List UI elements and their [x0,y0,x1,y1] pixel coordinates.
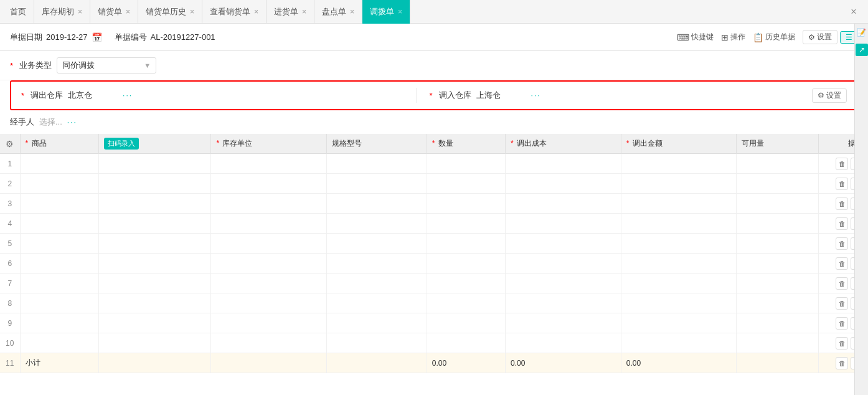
settings-button[interactable]: ⚙ 设置 [803,30,837,44]
cell-product-4[interactable] [20,214,98,234]
tab-close-transfer[interactable]: × [398,7,402,16]
cell-product-7[interactable] [20,274,98,293]
history-btn[interactable]: 📋 历史单据 [753,32,795,42]
tab-close-inventory[interactable]: × [350,7,354,16]
cell-amount-1[interactable] [621,154,737,174]
shortcuts-btn[interactable]: ⌨ 快捷键 [677,32,714,42]
tab-close-check-sales[interactable]: × [254,7,258,16]
cell-cost-6[interactable] [506,254,621,274]
cell-amount-2[interactable] [621,174,737,194]
table-settings-icon[interactable]: ⚙ [6,139,14,149]
cell-spec-10[interactable] [327,333,427,353]
tab-inventory[interactable]: 盘点单 × [314,0,362,24]
cell-amount-7[interactable] [621,274,737,293]
cell-quantity-7[interactable] [427,274,505,293]
delete-icon-1[interactable]: 🗑 [836,158,848,170]
cell-product-2[interactable] [20,174,98,194]
cell-unit-4[interactable] [211,214,327,234]
cell-amount-3[interactable] [621,194,737,214]
handler-value[interactable]: 选择... [39,117,62,128]
date-value[interactable]: 2019-12-27 [46,32,88,42]
delete-icon-5[interactable]: 🗑 [836,237,848,250]
scan-button[interactable]: 扫码录入 [104,138,139,150]
warehouse-settings-button[interactable]: ⚙ 设置 [812,88,847,103]
cell-cost-9[interactable] [506,313,621,333]
sidebar-note-icon[interactable]: 📝 [856,26,868,39]
th-scan[interactable]: 扫码录入 [98,134,211,154]
cell-quantity-3[interactable] [427,194,505,214]
cell-unit-2[interactable] [211,174,327,194]
warehouse-in-more-btn[interactable]: ··· [531,91,541,100]
cell-quantity-5[interactable] [427,234,505,254]
tab-inventory-init[interactable]: 库存期初 × [34,0,90,24]
tab-home[interactable]: 首页 [2,0,34,24]
cell-cost-3[interactable] [506,194,621,214]
sidebar-external-icon[interactable]: ↗ [856,44,868,56]
cell-product-10[interactable] [20,333,98,353]
cell-cost-1[interactable] [506,154,621,174]
tab-close-inventory-init[interactable]: × [78,7,82,16]
cell-product-3[interactable] [20,194,98,214]
cell-amount-9[interactable] [621,313,737,333]
cell-unit-10[interactable] [211,333,327,353]
cell-spec-9[interactable] [327,313,427,333]
calendar-icon[interactable]: 📅 [92,32,102,42]
cell-cost-7[interactable] [506,274,621,293]
cell-unit-5[interactable] [211,234,327,254]
cell-quantity-4[interactable] [427,214,505,234]
cell-quantity-10[interactable] [427,333,505,353]
cell-amount-8[interactable] [621,293,737,313]
cell-amount-5[interactable] [621,234,737,254]
cell-spec-3[interactable] [327,194,427,214]
window-close-button[interactable]: × [842,0,866,24]
warehouse-out-more-btn[interactable]: ··· [123,91,133,100]
cell-spec-2[interactable] [327,174,427,194]
th-settings[interactable]: ⚙ [0,134,20,154]
tab-purchase[interactable]: 进货单 × [267,0,314,24]
cell-amount-4[interactable] [621,214,737,234]
delete-icon-3[interactable]: 🗑 [836,198,848,210]
cell-unit-7[interactable] [211,274,327,293]
cell-product-6[interactable] [20,254,98,274]
cell-cost-5[interactable] [506,234,621,254]
cell-quantity-8[interactable] [427,293,505,313]
cell-product-5[interactable] [20,234,98,254]
delete-icon-2[interactable]: 🗑 [836,178,848,190]
tab-close-purchase[interactable]: × [302,7,306,16]
cell-amount-10[interactable] [621,333,737,353]
delete-icon-11[interactable]: 🗑 [836,357,848,369]
cell-product-9[interactable] [20,313,98,333]
cell-spec-4[interactable] [327,214,427,234]
cell-unit-3[interactable] [211,194,327,214]
cell-cost-4[interactable] [506,214,621,234]
delete-icon-4[interactable]: 🗑 [836,217,848,230]
cell-cost-8[interactable] [506,293,621,313]
cell-product-8[interactable] [20,293,98,313]
cell-cost-2[interactable] [506,174,621,194]
delete-icon-10[interactable]: 🗑 [836,337,848,350]
tab-transfer[interactable]: 调拨单 × [362,0,410,24]
cell-spec-6[interactable] [327,254,427,274]
cell-amount-6[interactable] [621,254,737,274]
warehouse-in-value[interactable]: 上海仓 [476,90,526,101]
cell-spec-1[interactable] [327,154,427,174]
cell-product-1[interactable] [20,154,98,174]
cell-quantity-2[interactable] [427,174,505,194]
delete-icon-6[interactable]: 🗑 [836,257,848,270]
warehouse-out-value[interactable]: 北京仓 [68,90,118,101]
tab-sales-order[interactable]: 销货单 × [90,0,138,24]
business-type-select[interactable]: 同价调拨 ▼ [57,57,156,74]
tab-sales-history[interactable]: 销货单历史 × [138,0,202,24]
delete-icon-9[interactable]: 🗑 [836,317,848,330]
table-container[interactable]: ⚙ * 商品 扫码录入 * 库存单位 规格型号 * [0,134,868,395]
cell-cost-10[interactable] [506,333,621,353]
cell-unit-6[interactable] [211,254,327,274]
tab-close-sales-history[interactable]: × [190,7,194,16]
tab-check-sales[interactable]: 查看销货单 × [202,0,267,24]
cell-quantity-9[interactable] [427,313,505,333]
operations-btn[interactable]: ⊞ 操作 [721,32,745,42]
cell-quantity-1[interactable] [427,154,505,174]
delete-icon-8[interactable]: 🗑 [836,297,848,310]
delete-icon-7[interactable]: 🗑 [836,277,848,290]
cell-quantity-6[interactable] [427,254,505,274]
